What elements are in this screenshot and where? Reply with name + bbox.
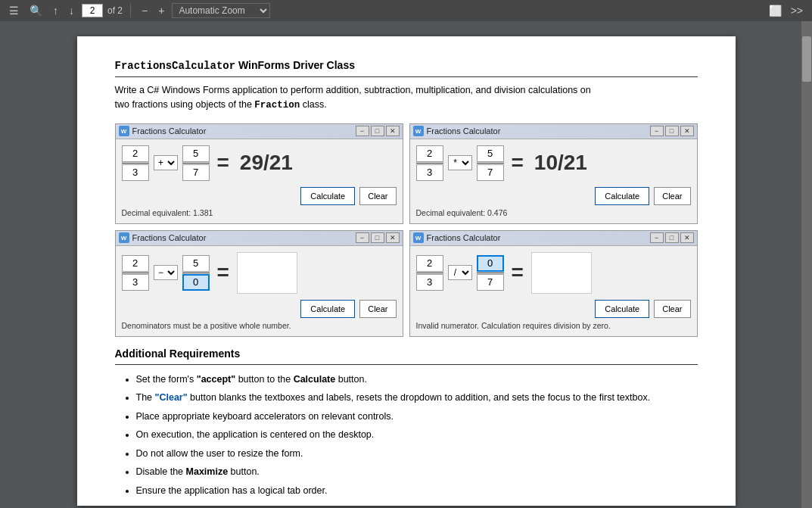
num-input-4b-highlighted[interactable]: [477, 255, 504, 272]
page-total-label: of 2: [107, 5, 123, 16]
intro-line1: Write a C# Windows Forms application to …: [115, 85, 591, 95]
calculate-btn-3[interactable]: Calculate: [300, 300, 355, 318]
scroll-up-icon[interactable]: ↑: [50, 3, 61, 18]
den-input-3a[interactable]: [122, 274, 149, 291]
num-input-1b[interactable]: [182, 145, 210, 162]
intro-line3: class.: [300, 99, 326, 110]
fraction-row-3: +−*/ =: [122, 252, 397, 294]
den-input-1a[interactable]: [122, 164, 149, 181]
close-btn-2[interactable]: ✕: [680, 126, 694, 136]
divider1: [130, 4, 131, 17]
op-select-2[interactable]: +−*/: [448, 155, 472, 170]
den-input-3b-highlighted[interactable]: [182, 274, 210, 291]
fraction-input-1b: [182, 145, 210, 181]
calc-window-2: W Fractions Calculator − □ ✕: [409, 123, 698, 224]
close-btn-3[interactable]: ✕: [386, 232, 400, 243]
requirements-list: Set the form's "accept" button to the Ca…: [136, 371, 698, 500]
scroll-down-icon[interactable]: ↓: [66, 3, 77, 18]
calculate-label-1: Calculate: [310, 192, 345, 201]
calc-window-1: W Fractions Calculator − □ ✕: [115, 123, 403, 224]
expand-icon[interactable]: >>: [788, 3, 806, 18]
scrollbar-thumb[interactable]: [802, 36, 811, 82]
calculate-btn-2[interactable]: Calculate: [595, 187, 649, 205]
den-input-2b[interactable]: [477, 164, 504, 181]
section1-title-mono: FractionsCalculator: [115, 60, 236, 72]
den-input-4b[interactable]: [477, 274, 504, 291]
op-select-3[interactable]: +−*/: [154, 265, 178, 280]
calculate-btn-4[interactable]: Calculate: [595, 300, 649, 318]
maximize-btn-2[interactable]: □: [665, 126, 679, 136]
maximize-btn-3[interactable]: □: [371, 232, 384, 243]
operator-2: +−*/: [448, 155, 472, 170]
fraction-input-3a: [122, 255, 149, 291]
op-select-1[interactable]: +−*/: [154, 155, 178, 170]
den-input-1b[interactable]: [182, 164, 210, 181]
content-area: FractionsCalculator WinForms Driver Clas…: [0, 21, 812, 508]
zoom-in-icon[interactable]: +: [155, 3, 167, 18]
calculate-label-4: Calculate: [605, 304, 639, 313]
num-input-3b[interactable]: [182, 255, 210, 272]
calc-body-2: +−*/ = 10/21 Calculate: [410, 139, 697, 223]
frac-line-3a: [122, 273, 149, 273]
result-box-4: [531, 252, 592, 294]
num-input-1a[interactable]: [122, 145, 149, 162]
req-clear-label: "Clear": [155, 392, 188, 403]
calc-buttons-3: Calculate Clear: [122, 300, 397, 318]
result-box-3: [237, 252, 297, 294]
req-item-5: Do not allow the user to resize the form…: [136, 445, 698, 463]
minimize-btn-2[interactable]: −: [650, 126, 664, 136]
menu-icon[interactable]: ☰: [6, 3, 22, 18]
fraction-input-4b: [477, 255, 504, 291]
calc-icon-2: W: [413, 126, 424, 136]
op-select-4[interactable]: +−*/: [448, 265, 472, 280]
calc-icon-3: W: [119, 232, 129, 243]
maximize-btn-4[interactable]: □: [665, 232, 679, 243]
calc-title-3: Fractions Calculator: [132, 233, 356, 242]
zoom-out-icon[interactable]: −: [138, 3, 151, 18]
clear-label-2: Clear: [662, 192, 682, 201]
frac-line-2b: [477, 163, 504, 164]
calc-controls-3: − □ ✕: [356, 232, 400, 243]
intro-code: Fraction: [254, 100, 300, 111]
den-input-4a[interactable]: [416, 274, 443, 291]
calc-title-4: Fractions Calculator: [427, 233, 650, 242]
fraction-input-2b: [477, 145, 504, 181]
fraction-input-1a: [122, 145, 149, 181]
clear-btn-1[interactable]: Clear: [359, 187, 396, 205]
req-item-4: On execution, the application is centere…: [136, 426, 698, 444]
den-input-2a[interactable]: [416, 164, 443, 181]
status-4: Invalid numerator. Calculation requires …: [416, 321, 691, 330]
calc-body-1: +−*/ = 29/21 Calculate: [116, 139, 403, 223]
clear-btn-3[interactable]: Clear: [359, 300, 396, 318]
equals-1: =: [217, 151, 229, 175]
req-accept-label: "accept": [197, 374, 235, 385]
num-input-3a[interactable]: [122, 255, 149, 272]
zoom-select[interactable]: Automatic Zoom Actual Size Page Fit Page…: [172, 3, 270, 18]
calc-body-4: +−*/ = Calculate: [410, 246, 697, 336]
sidebar-toggle-icon[interactable]: ⬜: [766, 3, 785, 18]
calculate-btn-1[interactable]: Calculate: [300, 187, 355, 205]
section1-title-text: WinForms Driver Class: [235, 59, 355, 71]
scrollbar[interactable]: [801, 21, 812, 508]
intro-line2: two fractions using objects of the: [115, 99, 255, 110]
num-input-2a[interactable]: [416, 145, 443, 162]
result-2: 10/21: [534, 151, 587, 175]
calc-titlebar-1: W Fractions Calculator − □ ✕: [116, 124, 403, 139]
req-calculate-label: Calculate: [294, 374, 336, 385]
minimize-btn-1[interactable]: −: [356, 126, 369, 136]
maximize-btn-1[interactable]: □: [371, 126, 384, 136]
minimize-btn-3[interactable]: −: [356, 232, 369, 243]
frac-line-2a: [416, 163, 443, 164]
clear-btn-4[interactable]: Clear: [654, 300, 690, 318]
close-btn-4[interactable]: ✕: [680, 232, 694, 243]
clear-btn-2[interactable]: Clear: [654, 187, 690, 205]
minimize-btn-4[interactable]: −: [650, 232, 664, 243]
calc-titlebar-4: W Fractions Calculator − □ ✕: [410, 231, 697, 246]
page-number-input[interactable]: [82, 4, 103, 17]
num-input-2b[interactable]: [477, 145, 504, 162]
pdf-toolbar: ☰ 🔍 ↑ ↓ of 2 − + Automatic Zoom Actual S…: [0, 0, 812, 21]
num-input-4a[interactable]: [416, 255, 443, 272]
close-btn-1[interactable]: ✕: [386, 126, 400, 136]
calc-controls-1: − □ ✕: [356, 126, 400, 136]
search-icon[interactable]: 🔍: [26, 3, 45, 18]
